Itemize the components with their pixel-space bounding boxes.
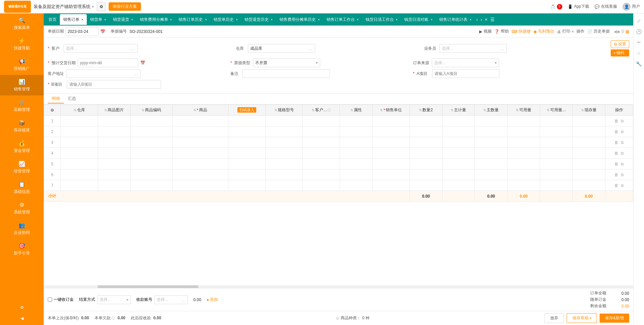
sub-tab-detail[interactable]: 明细 <box>48 94 64 104</box>
remark-input[interactable] <box>242 69 330 78</box>
sidebar-item-purchase[interactable]: 🛒 采购管理 <box>0 95 44 116</box>
save-draft-button[interactable]: 保存草稿 ▾ <box>567 313 597 323</box>
row2-customer-code[interactable] <box>303 126 340 137</box>
row3-warehouse[interactable] <box>61 137 98 148</box>
delivery-date-input[interactable] <box>78 58 138 67</box>
settings-gear-button[interactable]: ⚙ <box>97 2 106 11</box>
payment-select[interactable]: 选择... ▾ <box>97 295 131 304</box>
quick-pay-checkbox[interactable]: 一键收订金 <box>48 297 74 302</box>
message-button[interactable]: 📩 9 <box>551 4 562 9</box>
tab-daily-reconcile-close[interactable]: × <box>430 18 432 22</box>
scroll-bar[interactable] <box>98 285 198 288</box>
row7-product[interactable] <box>172 180 228 191</box>
invoice-select[interactable]: 不开票 ▾ <box>253 58 320 67</box>
row4-unit[interactable] <box>372 148 410 159</box>
row3-delete-icon[interactable]: 🗑 <box>614 140 618 145</box>
row7-copy-icon[interactable]: ⧉ <box>621 183 624 188</box>
row6-unit[interactable] <box>372 169 410 180</box>
tab-return[interactable]: 销货退货 × <box>110 14 137 25</box>
th-attr[interactable]: ⇅属性 <box>340 105 373 116</box>
row2-code[interactable] <box>130 126 173 137</box>
row3-code[interactable] <box>130 137 173 148</box>
sidebar-item-marketing[interactable]: 📢 营销推广 <box>0 54 44 75</box>
warehouse-dots[interactable]: … <box>308 46 313 51</box>
system-dropdown[interactable]: 装备及固定资产辅助管理系统 ▾ <box>34 4 94 10</box>
tab-sales-invoice[interactable]: 销货单 × <box>87 14 110 25</box>
address-dots[interactable]: … <box>134 71 138 76</box>
tab-workbench[interactable]: 销售订单工作台 × <box>323 14 362 25</box>
add-payment-button[interactable]: ● 添加 <box>206 297 218 302</box>
industry-plan-button[interactable]: 体验行业方案 <box>109 2 141 11</box>
tab-prev-button[interactable]: ‹ <box>475 17 479 22</box>
b-project-input[interactable] <box>67 80 161 89</box>
row6-code[interactable] <box>130 169 173 180</box>
row7-customer-code[interactable] <box>303 180 340 191</box>
row5-product[interactable] <box>172 159 228 169</box>
sidebar-collapse-icon[interactable]: ◀ <box>18 314 26 322</box>
sidebar-item-sales[interactable]: 📊 销售管理 <box>0 75 44 95</box>
th-image[interactable]: ⇅商品图片 <box>98 105 130 116</box>
row3-qty2[interactable] <box>410 137 442 148</box>
row6-copy-icon[interactable]: ⧉ <box>621 172 624 177</box>
tab-order-history[interactable]: 销售订单历史 × <box>175 14 210 25</box>
shortcut-button[interactable]: ⌨ 快捷键 <box>512 29 531 34</box>
row6-spec[interactable] <box>265 169 303 180</box>
row4-main-qty[interactable] <box>475 148 507 159</box>
row1-customer-code[interactable] <box>303 116 340 126</box>
tab-invoice-history-close[interactable]: × <box>236 18 238 22</box>
discard-button[interactable]: 放弃 <box>544 313 564 323</box>
row7-action[interactable]: 🗑 ⧉ <box>605 180 633 191</box>
row2-copy-icon[interactable]: ⧉ <box>621 129 624 134</box>
settings-button[interactable]: ⚙ 设置 <box>611 40 629 48</box>
row1-warehouse[interactable] <box>61 116 98 126</box>
tab-close-all-button[interactable]: × <box>483 17 489 22</box>
expand-icon[interactable]: ⤢ <box>634 16 644 26</box>
row1-spec[interactable] <box>265 116 303 126</box>
row6-product[interactable] <box>172 169 228 180</box>
delivery-calendar-icon[interactable]: 📅 <box>140 60 145 65</box>
row3-attr[interactable] <box>340 137 373 148</box>
tab-sales-order-close[interactable]: × <box>81 18 83 22</box>
row7-attr[interactable] <box>340 180 373 191</box>
row4-customer-code[interactable] <box>303 148 340 159</box>
row1-copy-icon[interactable]: ⧉ <box>621 119 624 123</box>
staff-dots[interactable]: … <box>500 46 504 51</box>
tab-fee-split[interactable]: 销售费用分摊单 × <box>137 14 176 25</box>
sidebar-settings-icon[interactable]: ⚙ <box>18 303 26 312</box>
profit-button[interactable]: ◉ 毛利预估 <box>533 29 554 34</box>
sidebar-item-guide[interactable]: 🎯 新手引导 <box>0 239 44 259</box>
row6-main-qty[interactable] <box>475 169 507 180</box>
tab-sales-order[interactable]: 销售订单 × <box>60 14 87 25</box>
row2-main-qty[interactable] <box>475 126 507 137</box>
row3-action[interactable]: 🗑 ⧉ <box>605 137 633 148</box>
row4-action[interactable]: 🗑 ⧉ <box>605 148 633 159</box>
row4-qty2[interactable] <box>410 148 442 159</box>
row1-code[interactable] <box>130 116 173 126</box>
row7-warehouse[interactable] <box>61 180 98 191</box>
row3-product[interactable] <box>172 137 228 148</box>
row5-copy-icon[interactable]: ⧉ <box>621 162 624 166</box>
sidebar-item-finance[interactable]: 💰 资金管理 <box>0 136 44 157</box>
row6-delete-icon[interactable]: 🗑 <box>614 172 618 177</box>
th-avail[interactable]: ⇅可用量 <box>507 105 540 116</box>
th-customer[interactable]: ⇅客户...ⓘ <box>303 105 340 116</box>
star-icon[interactable]: ☆ <box>634 48 644 58</box>
row3-copy-icon[interactable]: ⧉ <box>621 140 624 145</box>
row2-unit[interactable] <box>372 126 410 137</box>
row1-unit[interactable] <box>372 116 410 126</box>
add-item-button[interactable]: + 物料 <box>611 49 629 56</box>
list-view-icon[interactable]: ▦ <box>626 29 629 34</box>
tab-stats-close[interactable]: × <box>469 18 471 22</box>
row5-customer-code[interactable] <box>303 159 340 169</box>
sidebar-item-search[interactable]: 🔍 搜索菜单 <box>0 13 44 34</box>
sidebar-item-system[interactable]: ⚙ 系统管理 <box>0 198 44 218</box>
grid-view-icon[interactable]: ☰ <box>621 29 625 34</box>
th-product[interactable]: ⇅*商品 <box>172 105 228 116</box>
row5-qty2[interactable] <box>410 159 442 169</box>
row3-unit[interactable] <box>372 137 410 148</box>
sub-tab-summary[interactable]: 汇总 <box>64 94 80 104</box>
tab-stats[interactable]: 销售订单统计表 × <box>436 14 475 25</box>
tab-daily-reconcile[interactable]: 钱货日清对账 × <box>401 14 436 25</box>
row3-spec[interactable] <box>265 137 303 148</box>
sidebar-item-inventory[interactable]: 📦 库存核算 <box>0 116 44 136</box>
